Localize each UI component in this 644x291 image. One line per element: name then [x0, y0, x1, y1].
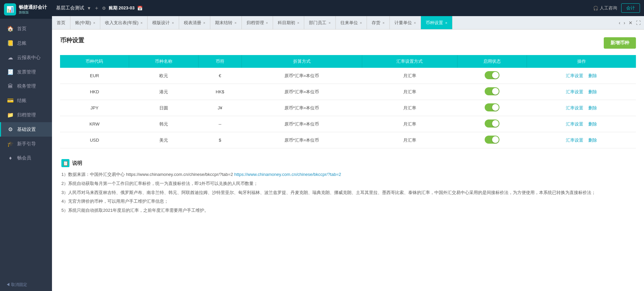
tab-partner[interactable]: 往来单位×: [336, 16, 367, 29]
enable-toggle[interactable]: [485, 87, 499, 95]
tab-close-icon[interactable]: ×: [93, 21, 95, 25]
tab-inventory[interactable]: 存货×: [367, 16, 389, 29]
sidebar-item-home[interactable]: 🏠 首页: [0, 21, 52, 36]
tab-label: 首页: [57, 20, 65, 26]
add-company-btn[interactable]: ＋: [94, 5, 99, 12]
sidebar-item-label: 结账: [17, 98, 26, 104]
enable-toggle[interactable]: [485, 119, 499, 128]
enable-toggle[interactable]: [485, 103, 499, 111]
sidebar-item-label: 首页: [17, 26, 26, 32]
tab-label: 往来单位: [340, 20, 358, 26]
sidebar-item-guide[interactable]: 🎓 新手引导: [0, 137, 52, 151]
delete-link[interactable]: 删除: [588, 89, 597, 94]
tab-label: 存货: [372, 20, 380, 26]
checkout-icon: 💳: [7, 97, 14, 104]
tab-close-icon[interactable]: ×: [414, 21, 416, 25]
tab-label: 收入支出表(年报): [105, 20, 139, 26]
tab-close-icon[interactable]: ×: [203, 21, 205, 25]
notes-link[interactable]: https://www.chinamoney.com.cn/chinese/bk…: [234, 172, 341, 177]
rate-setting-link[interactable]: 汇率设置: [566, 89, 583, 94]
tab-balance[interactable]: 账(中期)×: [70, 16, 100, 29]
sidebar-item-archive[interactable]: 📁 归档管理: [0, 108, 52, 122]
sidebar-item-ledger[interactable]: 📒 总账: [0, 36, 52, 50]
tab-close-all-btn[interactable]: ✕: [627, 20, 634, 26]
cell-toggle[interactable]: [458, 84, 527, 100]
tab-archiving[interactable]: 归档管理×: [242, 16, 273, 29]
tab-prev-btn[interactable]: ‹: [618, 20, 622, 26]
sidebar-item-label: 税务管理: [17, 83, 36, 89]
sidebar-item-tax[interactable]: 🏛 税务管理: [0, 79, 52, 93]
tab-home[interactable]: 首页: [52, 16, 70, 29]
tab-fullscreen-btn[interactable]: ⛶: [635, 20, 642, 26]
sidebar-item-label: 云报表中心: [17, 55, 41, 61]
table-header: 币种名称: [129, 55, 198, 68]
company-name: 基层工会测试: [56, 5, 84, 11]
notes-item: 4）无官方牌价的币种，可以用用户手工维护汇率信息；: [61, 198, 635, 205]
tabbar: 首页账(中期)×收入支出表(年报)×模版设计×税表清册×期末结转×归档管理×科目…: [52, 16, 644, 30]
tab-currency[interactable]: 币种设置×: [421, 16, 452, 29]
tab-close-icon[interactable]: ×: [266, 21, 268, 25]
cell-toggle[interactable]: [458, 132, 527, 148]
sidebar-item-invoice[interactable]: 🧾 发票管理: [0, 65, 52, 79]
notes-list: 1）数据来源：中国外汇交易中心 https://www.chinamoney.c…: [61, 171, 635, 214]
help-btn[interactable]: 🎧 人工咨询: [593, 5, 617, 11]
tab-label: 归档管理: [247, 20, 264, 26]
tab-close-icon[interactable]: ×: [445, 21, 447, 25]
delete-link[interactable]: 删除: [588, 138, 597, 143]
sidebar-item-member[interactable]: ♦ 畅会员: [0, 151, 52, 165]
member-icon: ♦: [7, 155, 14, 161]
sidebar-item-checkout[interactable]: 💳 结账: [0, 93, 52, 108]
cell-action: 汇率设置 删除: [527, 116, 636, 132]
tab-unit[interactable]: 计量单位×: [390, 16, 421, 29]
sidebar-item-settings[interactable]: ⚙ 基础设置: [0, 122, 52, 137]
sidebar-item-label: 发票管理: [17, 69, 36, 75]
tab-template[interactable]: 模版设计×: [148, 16, 179, 29]
rate-setting-link[interactable]: 汇率设置: [566, 105, 583, 110]
sidebar-item-reports[interactable]: ☁ 云报表中心: [0, 50, 52, 65]
enable-toggle[interactable]: [485, 136, 499, 144]
cell-toggle[interactable]: [458, 68, 527, 84]
tab-next-btn[interactable]: ›: [622, 20, 627, 26]
table-header: 折算方式: [241, 55, 362, 68]
tab-income[interactable]: 收入支出表(年报)×: [100, 16, 148, 29]
company-dropdown-icon[interactable]: ▼: [87, 6, 91, 11]
cell-action: 汇率设置 删除: [527, 68, 636, 84]
tab-close-icon[interactable]: ×: [328, 21, 330, 25]
rate-setting-link[interactable]: 汇率设置: [566, 138, 583, 143]
tab-period_end[interactable]: 期末结转×: [210, 16, 241, 29]
delete-link[interactable]: 删除: [588, 122, 597, 127]
rate-setting-link[interactable]: 汇率设置: [566, 122, 583, 127]
rate-setting-link[interactable]: 汇率设置: [566, 73, 583, 78]
delete-link[interactable]: 删除: [588, 73, 597, 78]
new-currency-btn[interactable]: 新增币种: [604, 37, 636, 49]
cell-calc: 原币*汇率=本位币: [241, 68, 362, 84]
tab-label: 账(中期): [75, 20, 91, 26]
tab-close-icon[interactable]: ×: [297, 21, 299, 25]
period-label: 账期 2023-03: [109, 5, 135, 11]
tab-close-icon[interactable]: ×: [234, 21, 236, 25]
tab-subject_init[interactable]: 科目期初×: [273, 16, 304, 29]
enable-toggle[interactable]: [485, 71, 499, 79]
delete-link[interactable]: 删除: [588, 105, 597, 110]
currency-table: 币种代码币种名称币符折算方式汇率设置方式启用状态操作 EUR欧元€原币*汇率=本…: [60, 55, 636, 148]
tab-close-icon[interactable]: ×: [382, 21, 384, 25]
cell-toggle[interactable]: [458, 116, 527, 132]
tab-close-icon[interactable]: ×: [172, 21, 174, 25]
cell-toggle[interactable]: [458, 100, 527, 116]
tab-close-icon[interactable]: ×: [141, 21, 143, 25]
calendar-icon[interactable]: 📅: [137, 6, 143, 11]
table-header: 币符: [198, 55, 241, 68]
sidebar-footer[interactable]: ◀ 取消固定: [0, 279, 52, 291]
sidebar-logo: 📊 畅捷通好会计 旗舰版: [0, 0, 52, 19]
topbar-right: 🎧 人工咨询 会计: [593, 3, 640, 13]
reports-icon: ☁: [7, 54, 14, 61]
user-button[interactable]: 会计: [621, 3, 640, 13]
table-row: JPY日圆J¥原币*汇率=本位币月汇率 汇率设置 删除: [60, 100, 636, 116]
company-settings-icon[interactable]: ⚙: [102, 6, 106, 11]
tab-close-icon[interactable]: ×: [360, 21, 362, 25]
table-row: KRW韩元--原币*汇率=本位币月汇率 汇率设置 删除: [60, 116, 636, 132]
tab-department[interactable]: 部门员工×: [304, 16, 335, 29]
table-header: 币种代码: [60, 55, 129, 68]
sidebar-item-label: 畅会员: [17, 155, 31, 161]
tab-tax_clear[interactable]: 税表清册×: [179, 16, 210, 29]
